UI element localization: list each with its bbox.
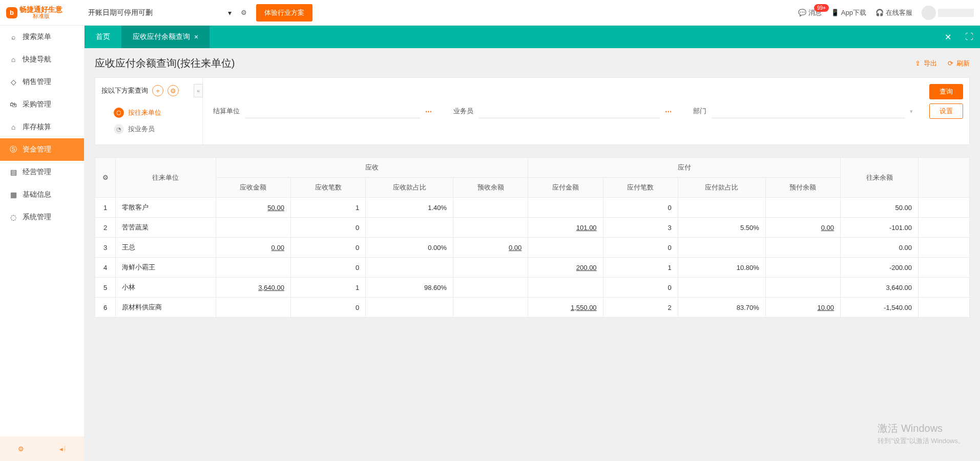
cell: 3,640.00 xyxy=(216,278,290,298)
messages-badge: 99+ xyxy=(814,4,829,12)
scheme-icon: ⬡ xyxy=(114,108,124,118)
table-row[interactable]: 6原材料供应商01,550.00283.70%10.00-1,540.00 xyxy=(95,298,970,318)
cell: 5.50% xyxy=(678,218,765,238)
cell: 0.00 xyxy=(216,238,290,258)
sidebar-item-icon: ⌕ xyxy=(9,33,17,41)
cell: 0 xyxy=(290,298,365,318)
headset-icon: 🎧 xyxy=(875,9,884,16)
table-settings-icon[interactable]: ⚙ xyxy=(102,174,109,181)
cell: 2 xyxy=(95,218,116,238)
cell xyxy=(216,218,290,238)
field-unit-input[interactable] xyxy=(245,104,420,118)
table-row[interactable]: 5小林3,640.00198.60%03,640.00 xyxy=(95,278,970,298)
experience-button[interactable]: 体验行业方案 xyxy=(256,4,312,22)
cell xyxy=(453,258,528,278)
cell: 3 xyxy=(603,218,678,238)
sidebar-item-4[interactable]: ⌂库存核算 xyxy=(0,116,84,138)
sidebar-item-icon: 🛍 xyxy=(9,100,17,109)
gear-icon[interactable]: ⚙ xyxy=(240,9,248,16)
sidebar-item-7[interactable]: ▦基础信息 xyxy=(0,183,84,206)
col-ap-pre: 预付余额 xyxy=(765,178,840,198)
field-sales-more-icon[interactable]: ⋯ xyxy=(665,108,673,115)
sidebar-item-8[interactable]: ◌系统管理 xyxy=(0,206,84,228)
page-title: 应收应付余额查询(按往来单位) xyxy=(95,56,235,70)
settings-icon[interactable]: ⚙ xyxy=(17,445,25,453)
cell xyxy=(453,198,528,218)
cell xyxy=(366,258,453,278)
sidebar-item-icon: Ⓢ xyxy=(9,145,17,154)
close-all-icon[interactable]: ✕ xyxy=(937,26,958,48)
cell: 0 xyxy=(290,218,365,238)
sidebar-item-icon: ⌂ xyxy=(9,55,17,64)
sidebar-item-3[interactable]: 🛍采购管理 xyxy=(0,93,84,116)
field-dept-input[interactable] xyxy=(712,104,905,118)
cell: 王总 xyxy=(116,238,216,258)
cell: 苦苦蔬菜 xyxy=(116,218,216,238)
sidebar-item-label: 资金管理 xyxy=(23,145,51,154)
user-menu[interactable] xyxy=(922,6,974,20)
table-row[interactable]: 3王总0.0000.00%0.0000.00 xyxy=(95,238,970,258)
sidebar-item-icon: ◌ xyxy=(9,213,17,221)
cell xyxy=(919,238,970,258)
cell: 1,550.00 xyxy=(528,298,603,318)
sidebar-item-6[interactable]: ▤经营管理 xyxy=(0,161,84,183)
messages-link[interactable]: 💬 消息 99+ xyxy=(798,8,822,17)
field-sales-input[interactable] xyxy=(478,104,660,118)
sidebar-item-label: 快捷导航 xyxy=(23,55,51,64)
user-name xyxy=(938,9,974,17)
sidebar-item-2[interactable]: ◇销售管理 xyxy=(0,71,84,93)
cell: 0 xyxy=(603,198,678,218)
cell xyxy=(453,298,528,318)
cell: 零散客户 xyxy=(116,198,216,218)
sidebar-item-icon: ⌂ xyxy=(9,123,17,131)
cell xyxy=(528,238,603,258)
cell xyxy=(528,198,603,218)
cell: 2 xyxy=(603,298,678,318)
scheme-option-0[interactable]: ⬡按往来单位 xyxy=(101,104,196,121)
sidebar-item-0[interactable]: ⌕搜索菜单 xyxy=(0,26,84,48)
sidebar-item-label: 系统管理 xyxy=(23,213,51,222)
sidebar-item-5[interactable]: Ⓢ资金管理 xyxy=(0,138,84,161)
col-ap-pct: 应付款占比 xyxy=(678,178,765,198)
scheme-label: 按往来单位 xyxy=(128,108,161,117)
table-row[interactable]: 1零散客户50.0011.40%050.00 xyxy=(95,198,970,218)
fullscreen-icon[interactable]: ⛶ xyxy=(958,26,980,48)
field-unit-more-icon[interactable]: ⋯ xyxy=(425,108,433,115)
cell xyxy=(919,298,970,318)
query-button[interactable]: 查询 xyxy=(929,84,963,99)
col-balance: 往来余额 xyxy=(841,158,919,198)
sidebar: ⌕搜索菜单⌂快捷导航◇销售管理🛍采购管理⌂库存核算Ⓢ资金管理▤经营管理▦基础信息… xyxy=(0,26,85,461)
chevron-down-icon: ▾ xyxy=(228,9,232,17)
chat-icon: 💬 xyxy=(798,9,806,16)
collapse-sidebar-icon[interactable]: ◂⸽ xyxy=(59,445,67,453)
sidebar-item-1[interactable]: ⌂快捷导航 xyxy=(0,48,84,71)
close-tab-icon[interactable]: × xyxy=(194,33,198,41)
scheme-title: 按以下方案查询 xyxy=(101,86,148,95)
col-ar-cnt: 应收笔数 xyxy=(290,178,365,198)
table-row[interactable]: 2苦苦蔬菜0101.0035.50%0.00-101.00 xyxy=(95,218,970,238)
tab-home[interactable]: 首页 xyxy=(85,26,121,48)
field-dept-chevron-icon[interactable]: ▾ xyxy=(910,108,913,115)
app-download-link[interactable]: 📱 App下载 xyxy=(831,8,866,17)
col-empty xyxy=(919,158,970,198)
tab-balance-query[interactable]: 应收应付余额查询 × xyxy=(121,26,210,48)
avatar-icon xyxy=(922,6,936,20)
add-scheme-icon[interactable]: + xyxy=(152,85,163,96)
account-selector[interactable]: 开账日期可停用可删 ▾ xyxy=(88,8,232,17)
cell: 0 xyxy=(290,258,365,278)
cell xyxy=(765,258,840,278)
logo: b 畅捷通好生意 标准版 xyxy=(6,5,88,20)
export-button[interactable]: ⇪导出 xyxy=(913,59,937,68)
cell: 10.00 xyxy=(765,298,840,318)
collapse-scheme-icon[interactable]: « xyxy=(194,84,203,97)
support-link[interactable]: 🎧 在线客服 xyxy=(875,8,912,17)
phone-icon: 📱 xyxy=(831,9,839,16)
table-row[interactable]: 4海鲜小霸王0200.00110.80%-200.00 xyxy=(95,258,970,278)
cell: 小林 xyxy=(116,278,216,298)
topbar-right: 💬 消息 99+ 📱 App下载 🎧 在线客服 xyxy=(798,6,974,20)
scheme-option-1[interactable]: ◔按业务员 xyxy=(101,121,196,137)
cell: 1 xyxy=(290,198,365,218)
scheme-settings-icon[interactable]: ⚙ xyxy=(168,85,179,96)
filter-settings-button[interactable]: 设置 xyxy=(929,103,963,119)
refresh-button[interactable]: ⟳刷新 xyxy=(946,59,970,68)
